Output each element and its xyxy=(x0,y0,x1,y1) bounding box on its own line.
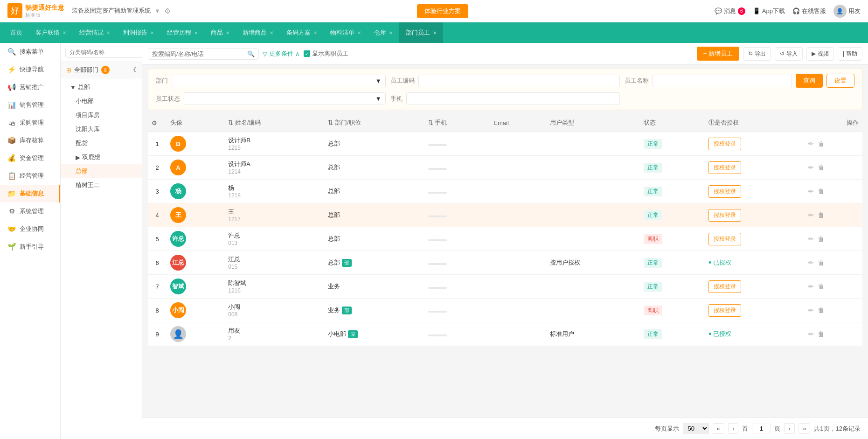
search-icon[interactable]: 🔍 xyxy=(247,50,255,57)
authorize-button[interactable]: 授权登录 xyxy=(708,185,741,198)
chevron-down-icon[interactable]: ▼ xyxy=(154,7,160,14)
delete-button[interactable]: 🗑 xyxy=(818,140,824,147)
tab-home[interactable]: 首页 xyxy=(4,22,29,43)
dept-node-shenyang[interactable]: 沈阳大库 xyxy=(61,122,142,136)
online-support-button[interactable]: 🎧 在线客服 xyxy=(792,7,826,15)
sidebar-item-search[interactable]: 🔍 搜索菜单 xyxy=(0,43,60,61)
edit-button[interactable]: ✏ xyxy=(808,307,814,314)
set-button[interactable]: 设置 xyxy=(826,74,854,88)
dept-node-peihuo[interactable]: 配货 xyxy=(61,136,142,150)
authorize-button[interactable]: 授权登录 xyxy=(708,161,741,174)
authorize-button[interactable]: 授权登录 xyxy=(708,304,741,317)
help-button[interactable]: | 帮助 xyxy=(838,47,862,61)
page-number-input[interactable] xyxy=(752,424,771,433)
col-settings[interactable]: ⚙ xyxy=(148,114,167,132)
authorize-button[interactable]: 授权登录 xyxy=(708,233,741,245)
sidebar-item-mgmt[interactable]: 📋 经营管理 xyxy=(0,167,60,185)
delete-button[interactable]: 🗑 xyxy=(818,307,824,314)
authorize-button[interactable]: 授权登录 xyxy=(708,209,741,222)
per-page-select[interactable]: 50 100 200 xyxy=(683,423,709,434)
emp-status-select[interactable]: ▼ xyxy=(184,92,386,105)
message-button[interactable]: 💬 消息 6 xyxy=(715,7,745,15)
tab-profit[interactable]: 利润报告 ✕ xyxy=(117,22,160,43)
close-icon[interactable]: ✕ xyxy=(313,30,317,35)
tab-addgoods[interactable]: 新增商品 ✕ xyxy=(236,22,280,43)
search-button[interactable]: 查询 xyxy=(796,74,823,88)
tab-warehouse[interactable]: 仓库 ✕ xyxy=(368,22,399,43)
delete-button[interactable]: 🗑 xyxy=(818,330,824,338)
dept-node-hq-parent[interactable]: ▼ 总部 xyxy=(61,80,142,94)
close-icon[interactable]: ✕ xyxy=(106,30,110,35)
sidebar-item-nav[interactable]: ⚡ 快捷导航 xyxy=(0,61,60,78)
dept-node-shuanglu[interactable]: ▶ 双鹿想 xyxy=(61,150,142,164)
dept-filter-select[interactable]: ▼ xyxy=(172,75,386,87)
tab-bom[interactable]: 物料清单 ✕ xyxy=(324,22,368,43)
more-filter-button[interactable]: ▽ 更多条件 ∧ xyxy=(263,49,300,58)
trial-button[interactable]: 体验行业方案 xyxy=(417,4,468,18)
delete-button[interactable]: 🗑 xyxy=(818,164,824,171)
tab-customer[interactable]: 客户联络 ✕ xyxy=(29,22,73,43)
delete-button[interactable]: 🗑 xyxy=(818,188,824,195)
edit-button[interactable]: ✏ xyxy=(808,330,814,338)
close-icon[interactable]: ✕ xyxy=(357,30,361,35)
settings-icon[interactable]: ⚙ xyxy=(164,7,171,15)
col-name[interactable]: ⇅ 姓名/编码 xyxy=(224,114,324,132)
close-icon[interactable]: ✕ xyxy=(389,30,393,35)
export-button[interactable]: ↻ 导出 xyxy=(743,47,771,61)
sidebar-item-purchase[interactable]: 🛍 采购管理 xyxy=(0,114,60,132)
close-icon[interactable]: ✕ xyxy=(62,30,66,35)
dept-node-zhishu[interactable]: 植树王二 xyxy=(61,178,142,192)
tab-history[interactable]: 经营历程 ✕ xyxy=(160,22,204,43)
dept-node-xiaodibu[interactable]: 小电部 xyxy=(61,94,142,108)
delete-button[interactable]: 🗑 xyxy=(818,235,824,243)
close-icon[interactable]: ✕ xyxy=(150,30,154,35)
delete-button[interactable]: 🗑 xyxy=(818,283,824,290)
delete-button[interactable]: 🗑 xyxy=(818,211,824,219)
authorize-button[interactable]: 授权登录 xyxy=(708,138,741,150)
prev-page-button[interactable]: ‹ xyxy=(728,423,738,434)
authorize-button[interactable]: 授权登录 xyxy=(708,280,741,293)
sidebar-item-sales[interactable]: 📊 销售管理 xyxy=(0,96,60,114)
close-icon[interactable]: ✕ xyxy=(194,30,198,35)
edit-button[interactable]: ✏ xyxy=(808,211,814,219)
dept-node-hq[interactable]: 总部 xyxy=(61,164,142,178)
dept-node-project[interactable]: 项目库房 xyxy=(61,108,142,122)
edit-button[interactable]: ✏ xyxy=(808,164,814,171)
edit-button[interactable]: ✏ xyxy=(808,283,814,290)
col-dept[interactable]: ⇅ 部门/职位 xyxy=(324,114,424,132)
edit-button[interactable]: ✏ xyxy=(808,140,814,147)
close-icon[interactable]: ✕ xyxy=(270,30,273,35)
col-phone[interactable]: ⇅ 手机 xyxy=(424,114,490,132)
tab-department[interactable]: 部门员工 ✕ xyxy=(399,22,443,43)
next-page-button[interactable]: › xyxy=(784,423,794,434)
collapse-icon[interactable]: 《 xyxy=(130,66,136,74)
delete-button[interactable]: 🗑 xyxy=(818,259,824,266)
close-icon[interactable]: ✕ xyxy=(433,30,437,35)
tab-goods[interactable]: 商品 ✕ xyxy=(204,22,236,43)
tab-operation[interactable]: 经营情况 ✕ xyxy=(73,22,117,43)
phone-input[interactable] xyxy=(406,92,620,105)
sidebar-item-collab[interactable]: 🤝 企业协同 xyxy=(0,220,60,238)
sidebar-item-basic[interactable]: 📁 基础信息 xyxy=(0,185,60,202)
emp-code-input[interactable] xyxy=(418,75,620,87)
edit-button[interactable]: ✏ xyxy=(808,188,814,195)
search-input[interactable] xyxy=(152,50,245,57)
edit-button[interactable]: ✏ xyxy=(808,259,814,266)
emp-name-input[interactable] xyxy=(653,75,792,87)
sidebar-item-inventory[interactable]: 📦 库存核算 xyxy=(0,132,60,149)
user-button[interactable]: 👤 用友 xyxy=(833,5,861,18)
import-button[interactable]: ↺ 导入 xyxy=(775,47,803,61)
last-page-button[interactable]: » xyxy=(799,423,810,434)
first-page-button[interactable]: « xyxy=(713,423,724,434)
show-resigned-checkbox[interactable]: ✓ 显示离职员工 xyxy=(304,49,348,58)
close-icon[interactable]: ✕ xyxy=(226,30,229,35)
sidebar-item-marketing[interactable]: 📢 营销推广 xyxy=(0,78,60,96)
add-employee-button[interactable]: + 新增员工 xyxy=(697,47,739,61)
dept-all-header[interactable]: ⊞ 全部部门 6 《 xyxy=(61,62,142,78)
view-button[interactable]: ▶ 视频 xyxy=(806,47,834,61)
tab-barcode[interactable]: 条码方案 ✕ xyxy=(280,22,324,43)
sidebar-item-guide[interactable]: 🌱 新手引导 xyxy=(0,238,60,256)
sidebar-item-finance[interactable]: 💰 资金管理 xyxy=(0,149,60,167)
sidebar-item-system[interactable]: ⚙ 系统管理 xyxy=(0,202,60,220)
dept-search-input[interactable] xyxy=(65,47,142,58)
